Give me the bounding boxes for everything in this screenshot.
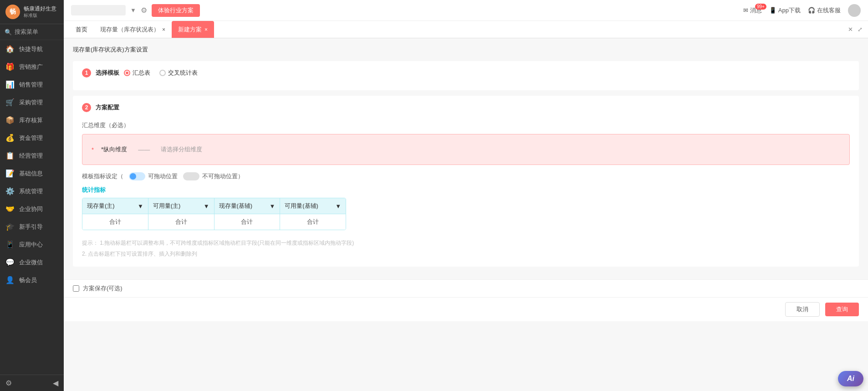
dimension-vertical-label: *纵向维度	[101, 145, 127, 154]
dimension-placeholder: 请选择分组维度	[161, 145, 202, 154]
tab-inventory[interactable]: 现存量（库存状况表） ×	[94, 21, 172, 38]
settings-footer-icon[interactable]: ⚙	[5, 379, 12, 387]
step2-header: 2 方案配置	[82, 103, 850, 112]
radio-summary[interactable]: 汇总表	[124, 69, 150, 77]
sidebar-item-operations[interactable]: 📋 经营管理	[0, 147, 64, 165]
topbar-right: ✉ 消息 99+ 📱 App下载 🎧 在线客服	[743, 4, 861, 17]
home-icon: 🏠	[5, 45, 15, 53]
chevron-down-icon[interactable]: ▼	[130, 7, 136, 14]
tab-new-plan[interactable]: 新建方案 ×	[172, 21, 214, 38]
collapse-icon[interactable]: ◀	[53, 379, 58, 387]
money-icon: 💰	[5, 134, 15, 142]
stats-col-body-2: 合计	[214, 214, 280, 230]
expand-icon[interactable]: ⤢	[858, 26, 863, 33]
sidebar-item-system[interactable]: ⚙️ 系统管理	[0, 182, 64, 200]
content-area: 现存量(库存状况表)方案设置 1 选择模板 汇总表 交叉统计表	[64, 38, 868, 391]
save-checkbox[interactable]	[73, 285, 79, 292]
stats-col-body-3: 合计	[280, 214, 346, 230]
tab-inventory-close[interactable]: ×	[162, 26, 165, 33]
stats-col-body-0: 合计	[82, 214, 148, 230]
stats-table: 现存量(主) ▼ 合计 可用量(主) ▼ 合计	[82, 198, 346, 230]
stats-col-header-2[interactable]: 现存量(基辅) ▼	[214, 198, 280, 214]
toggle-undraggable: 不可拖动位置）	[183, 172, 244, 180]
chevron-down-icon-1: ▼	[204, 203, 209, 210]
tabs-bar: 首页 现存量（库存状况表） × 新建方案 × ✕ ⤢	[64, 21, 868, 38]
message-icon: ✉	[743, 7, 748, 14]
stats-col-header-1[interactable]: 可用量(主) ▼	[148, 198, 214, 214]
query-button[interactable]: 查询	[825, 303, 859, 316]
online-service-button[interactable]: 🎧 在线客服	[808, 6, 841, 15]
guide-icon: 🎓	[5, 222, 15, 231]
topbar-search-input[interactable]	[71, 5, 126, 15]
topbar: ▼ ⚙ 体验行业方案 ✉ 消息 99+ 📱 App下载 🎧 在线客服	[64, 0, 868, 21]
content-inner: 现存量(库存状况表)方案设置 1 选择模板 汇总表 交叉统计表	[64, 38, 868, 279]
chevron-down-icon-0: ▼	[138, 203, 143, 210]
sidebar-item-marketing[interactable]: 🎁 营销推广	[0, 58, 64, 76]
toggle-draggable[interactable]: 可拖动位置	[129, 172, 178, 180]
gear-icon[interactable]: ⚙	[141, 6, 147, 15]
dimension-dash: ——	[138, 146, 150, 153]
main-area: ▼ ⚙ 体验行业方案 ✉ 消息 99+ 📱 App下载 🎧 在线客服 首页	[64, 0, 868, 391]
sidebar-item-basic-info[interactable]: 📝 基础信息	[0, 165, 64, 182]
sidebar-search[interactable]: 🔍 搜索菜单	[0, 24, 64, 40]
sidebar-nav: 🏠 快捷导航 🎁 营销推广 📊 销售管理 🛒 采购管理 📦 库存核算 💰 资金管…	[0, 40, 64, 375]
save-row: 方案保存(可选)	[64, 279, 868, 297]
stats-col-3: 可用量(基辅) ▼ 合计	[280, 198, 346, 230]
chevron-down-icon-3: ▼	[335, 203, 341, 210]
undraggable-toggle	[183, 172, 199, 180]
template-radio-group: 汇总表 交叉统计表	[124, 69, 198, 77]
user-avatar[interactable]	[848, 4, 861, 17]
sidebar-item-app-center[interactable]: 📱 应用中心	[0, 236, 64, 253]
step1-title: 选择模板	[96, 69, 119, 77]
tab-new-plan-close[interactable]: ×	[204, 26, 208, 33]
stats-table-header: 现存量(主) ▼ 合计 可用量(主) ▼ 合计	[82, 198, 346, 230]
hint-2: 2. 点击标题栏下拉可设置排序、插入列和删除列	[82, 248, 850, 259]
app-icon: 📱	[5, 240, 15, 249]
chevron-down-icon-2: ▼	[269, 203, 275, 210]
cancel-button[interactable]: 取消	[785, 302, 820, 317]
stats-col-0: 现存量(主) ▼ 合计	[82, 198, 148, 230]
sidebar: 畅 畅康通好生意 标准版 🔍 搜索菜单 🏠 快捷导航 🎁 营销推广 📊 销售管理…	[0, 0, 64, 391]
draggable-label: 可拖动位置	[148, 172, 178, 180]
close-window-icon[interactable]: ✕	[848, 26, 853, 33]
info-icon: 📝	[5, 169, 15, 178]
ai-widget[interactable]: Ai	[838, 371, 863, 386]
wechat-icon: 💬	[5, 258, 15, 267]
stats-col-header-0[interactable]: 现存量(主) ▼	[82, 198, 148, 214]
page-title: 现存量(库存状况表)方案设置	[73, 46, 859, 54]
stats-col-header-3[interactable]: 可用量(基辅) ▼	[280, 198, 346, 214]
box-icon: 📦	[5, 116, 15, 124]
dimension-box[interactable]: * *纵向维度 —— 请选择分组维度	[82, 134, 850, 165]
headset-icon: 🎧	[808, 7, 815, 14]
tab-home[interactable]: 首页	[69, 21, 94, 38]
phone-icon: 📱	[769, 7, 776, 14]
step2-title: 方案配置	[96, 103, 119, 112]
sidebar-item-wechat[interactable]: 💬 企业微信	[0, 253, 64, 271]
logo-icon: 畅	[5, 5, 20, 19]
step2-section: 2 方案配置 汇总维度（必选） * *纵向维度 —— 请选择分组维度 模板指标设…	[73, 96, 859, 267]
radio-dot-cross	[159, 70, 166, 76]
sidebar-item-purchase[interactable]: 🛒 采购管理	[0, 93, 64, 111]
sidebar-item-sales[interactable]: 📊 销售管理	[0, 76, 64, 93]
sidebar-item-quick-nav[interactable]: 🏠 快捷导航	[0, 40, 64, 58]
app-download-button[interactable]: 📱 App下载	[769, 6, 801, 15]
search-icon: 🔍	[5, 29, 12, 36]
stats-col-2: 现存量(基辅) ▼ 合计	[214, 198, 281, 230]
sidebar-logo: 畅 畅康通好生意 标准版	[0, 0, 64, 24]
sidebar-item-inventory[interactable]: 📦 库存核算	[0, 111, 64, 129]
step1-section: 1 选择模板 汇总表 交叉统计表	[73, 61, 859, 90]
radio-cross[interactable]: 交叉统计表	[159, 69, 198, 77]
sidebar-item-finance[interactable]: 💰 资金管理	[0, 129, 64, 147]
messages-button[interactable]: ✉ 消息 99+	[743, 6, 762, 15]
step2-badge: 2	[82, 103, 91, 112]
draggable-toggle[interactable]	[129, 172, 145, 180]
trial-button[interactable]: 体验行业方案	[152, 4, 200, 17]
sidebar-item-newbie[interactable]: 🎓 新手引导	[0, 218, 64, 236]
messages-badge: 99+	[755, 4, 766, 10]
indicator-setting: 模板指标设定（ 可拖动位置 不可拖动位置）	[82, 172, 850, 180]
sidebar-item-member[interactable]: 👤 畅会员	[0, 271, 64, 289]
sidebar-item-enterprise[interactable]: 🤝 企业协同	[0, 200, 64, 218]
handshake-icon: 🤝	[5, 205, 15, 213]
step1-badge: 1	[82, 68, 91, 77]
save-label: 方案保存(可选)	[83, 284, 123, 293]
